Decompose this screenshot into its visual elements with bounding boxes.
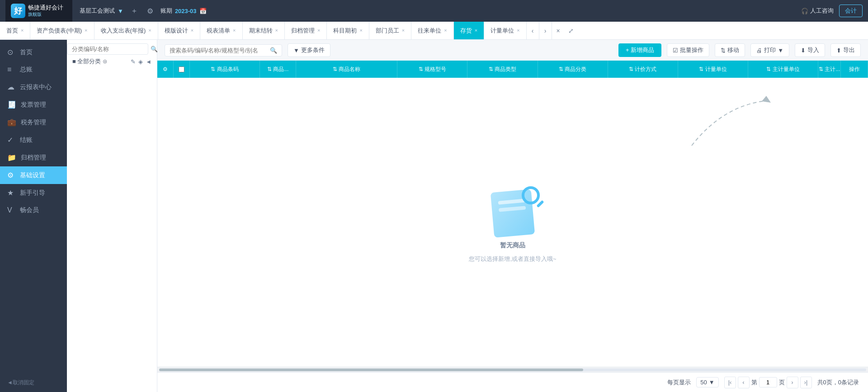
sidebar-item-guide[interactable]: ★ 新手引导 (0, 184, 67, 202)
product-search-bar[interactable]: 🔍 (165, 44, 282, 57)
print-icon: 🖨 (756, 47, 762, 54)
main-layout: ⊙ 首页 ≡ 总账 ☁ 云报表中心 🧾 发票管理 💼 税务管理 ✓ 结账 📁 归… (0, 40, 868, 392)
last-page-button[interactable]: ›| (800, 377, 812, 388)
magnifier-shape (522, 186, 540, 204)
add-tab-button[interactable]: ＋ (129, 5, 140, 18)
close-icon[interactable]: × (475, 28, 477, 33)
unpin-button[interactable]: ◄取消固定 (0, 373, 67, 392)
select-all-checkbox[interactable] (179, 66, 184, 72)
consult-button[interactable]: 🎧 人工咨询 (801, 7, 834, 15)
close-icon[interactable]: × (85, 28, 87, 33)
tab-label: 资产负债表(中期) (37, 27, 82, 35)
sidebar-item-settlement[interactable]: ✓ 结账 (0, 131, 67, 149)
tab-balance[interactable]: 资产负债表(中期) × (30, 22, 94, 39)
close-icon[interactable]: × (444, 28, 447, 33)
grid-icon[interactable]: ◈ (138, 58, 143, 65)
tab-subject-init[interactable]: 科目期初 × (327, 22, 369, 39)
close-icon[interactable]: × (191, 28, 193, 33)
header-middle: 基层工会测试 ▼ ＋ ⚙ 账期 2023-03 📅 (76, 5, 797, 18)
import-button[interactable]: ⬇ 导入 (795, 43, 825, 57)
tab-label: 往来单位 (418, 27, 441, 35)
search2-icon[interactable]: 🔍 (270, 47, 277, 54)
product-search-input[interactable] (170, 47, 267, 54)
page-input[interactable] (759, 377, 777, 387)
close-icon[interactable]: × (275, 28, 278, 33)
sidebar-item-basic[interactable]: ⚙ 基础设置 (0, 166, 67, 184)
first-page-button[interactable]: |‹ (724, 377, 736, 388)
edit-icon[interactable]: ✎ (131, 58, 136, 65)
sidebar-item-home[interactable]: ⊙ 首页 (0, 43, 67, 61)
export-button[interactable]: ⬆ 导出 (830, 43, 861, 57)
th-extra[interactable]: ⇅ 主计... (818, 61, 841, 78)
account-button[interactable]: 会计 (839, 5, 863, 17)
tab-template[interactable]: 模版设计 × (158, 22, 200, 39)
tab-dept-staff[interactable]: 部门员工 × (369, 22, 411, 39)
export-icon: ⬆ (836, 47, 841, 54)
close-icon[interactable]: × (402, 28, 405, 33)
horizontal-scrollbar[interactable] (157, 367, 868, 372)
add-product-button[interactable]: + 新增商品 (618, 43, 661, 57)
category-action-icons: ✎ ◈ ◄ (131, 58, 151, 65)
svg-marker-0 (762, 96, 771, 103)
tab-income[interactable]: 收入支出表(年报) × (94, 22, 158, 39)
per-page-value: 50 (700, 379, 707, 386)
tab-expand-button[interactable]: ⤢ (565, 22, 577, 39)
th-check[interactable] (174, 61, 190, 78)
prev-page-button[interactable]: ‹ (738, 377, 750, 388)
sidebar-item-invoice[interactable]: 🧾 发票管理 (0, 96, 67, 113)
th-type[interactable]: ⇅ 商品类型 (467, 61, 538, 78)
close-icon[interactable]: × (21, 28, 24, 33)
tab-label: 收入支出表(年报) (101, 27, 146, 35)
sidebar-item-tax[interactable]: 💼 税务管理 (0, 113, 67, 131)
th-code[interactable]: ⇅ 商品... (260, 61, 296, 78)
category-search-bar[interactable]: 🔍 (67, 43, 148, 55)
company-selector[interactable]: 基层工会测试 ▼ (80, 7, 123, 15)
sidebar-item-ledger[interactable]: ≡ 总账 (0, 61, 67, 78)
category-search-input[interactable] (72, 46, 148, 52)
tab-archive[interactable]: 归档管理 × (285, 22, 327, 39)
search-icon[interactable]: 🔍 (151, 46, 158, 52)
tab-close-all-button[interactable]: × (552, 22, 565, 39)
sidebar-item-report[interactable]: ☁ 云报表中心 (0, 78, 67, 96)
filter-button[interactable]: ▼ 更多条件 (288, 43, 330, 57)
calendar-icon[interactable]: 📅 (199, 8, 207, 14)
sidebar-item-archive[interactable]: 📁 归档管理 (0, 149, 67, 166)
total-records: 共0页，0条记录 (817, 378, 859, 387)
th-barcode[interactable]: ⇅ 商品条码 (190, 61, 260, 78)
tab-period-end[interactable]: 期末结转 × (243, 22, 285, 39)
batch-op-button[interactable]: ☑ 批量操作 (667, 43, 709, 57)
close-icon[interactable]: × (233, 28, 236, 33)
scrollbar-thumb[interactable] (159, 368, 583, 371)
collapse-icon[interactable]: ◄ (146, 58, 151, 65)
th-name[interactable]: ⇅ 商品名称 (296, 61, 397, 78)
sidebar-item-member[interactable]: V 畅会员 (0, 202, 67, 219)
th-unit[interactable]: ⇅ 计量单位 (678, 61, 748, 78)
tab-prev-button[interactable]: ‹ (527, 22, 539, 39)
th-main-unit[interactable]: ⇅ 主计量单位 (748, 61, 818, 78)
next-page-button[interactable]: › (787, 377, 798, 388)
close-icon[interactable]: × (148, 28, 151, 33)
th-spec-label: ⇅ 规格型号 (419, 66, 446, 73)
close-icon[interactable]: × (517, 28, 519, 33)
dropdown-arrow-icon: ▼ (118, 8, 123, 14)
move-button[interactable]: ⇅ 移动 (715, 43, 745, 57)
all-categories-label: ■ 全部分类 ⊙ (72, 57, 107, 66)
print-button[interactable]: 🖨 打印 ▼ (750, 43, 789, 57)
th-price-method[interactable]: ⇅ 计价方式 (608, 61, 678, 78)
close-icon[interactable]: × (317, 28, 320, 33)
close-icon[interactable]: × (359, 28, 362, 33)
tab-vendor[interactable]: 往来单位 × (411, 22, 453, 39)
settings-icon[interactable]: ⚙ (145, 5, 155, 17)
tab-inventory[interactable]: 存货 × (454, 22, 484, 39)
invoice-icon: 🧾 (7, 100, 16, 109)
tab-home[interactable]: 首页 × (0, 22, 30, 39)
tab-tax[interactable]: 税表清单 × (200, 22, 242, 39)
th-spec[interactable]: ⇅ 规格型号 (397, 61, 467, 78)
per-page-select[interactable]: 50 ▼ (696, 377, 718, 387)
th-settings[interactable]: ⚙ (157, 61, 174, 78)
period-area: 账期 2023-03 📅 (160, 7, 207, 15)
sidebar-item-label: 云报表中心 (20, 83, 52, 91)
tab-unit[interactable]: 计量单位 × (484, 22, 526, 39)
tab-next-button[interactable]: › (539, 22, 552, 39)
th-category[interactable]: ⇅ 商品分类 (538, 61, 608, 78)
